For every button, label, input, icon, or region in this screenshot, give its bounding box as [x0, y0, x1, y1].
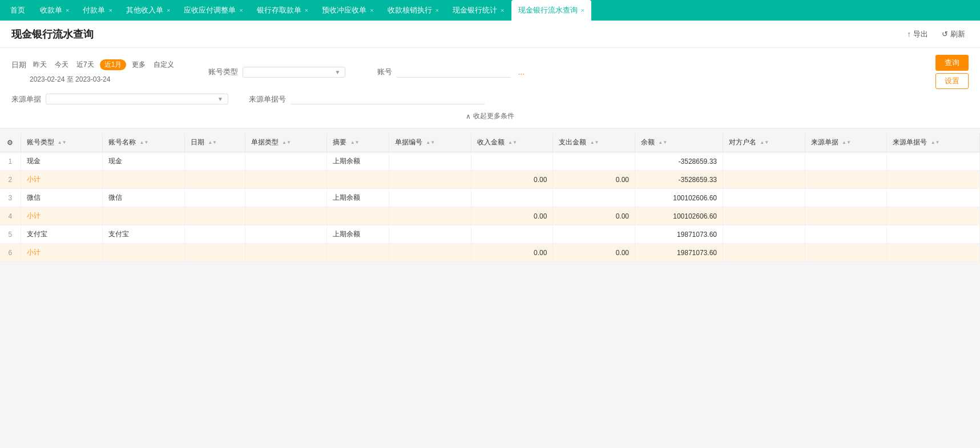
- cell-expense: 0.00: [553, 171, 635, 189]
- row-number: 5: [0, 225, 21, 244]
- sort-icon: ▲▼: [208, 140, 217, 145]
- cell-summary: 上期余额: [327, 189, 389, 207]
- cell-date: [184, 207, 245, 225]
- cell-balance: 19871073.60: [635, 225, 723, 244]
- close-icon[interactable]: ×: [108, 0, 112, 21]
- date-more[interactable]: 更多: [130, 59, 148, 70]
- nav-tab-4[interactable]: 银行存取款单 ×: [250, 0, 315, 21]
- date-custom[interactable]: 自定义: [151, 59, 176, 70]
- nav-tab-1[interactable]: 付款单 ×: [76, 0, 119, 21]
- cell-doc-type: [245, 244, 327, 262]
- cell-source-doc-no: [887, 244, 980, 262]
- source-doc-no-label: 来源单据号: [249, 94, 286, 104]
- th-doc-no[interactable]: 单据编号 ▲▼: [389, 133, 471, 152]
- filter-area: 日期 昨天 今天 近7天 近1月 更多 自定义 2023-02-24 至 202…: [0, 48, 980, 128]
- date-7days[interactable]: 近7天: [74, 59, 96, 70]
- nav-tab-7[interactable]: 现金银行统计 ×: [446, 0, 511, 21]
- btn-group: 查询 设置: [935, 55, 969, 89]
- th-counterpart[interactable]: 对方户名 ▲▼: [723, 133, 805, 152]
- nav-tab-3[interactable]: 应收应付调整单 ×: [177, 0, 249, 21]
- nav-tab-8[interactable]: 现金银行流水查询 ×: [511, 0, 591, 21]
- account-type-label: 账号类型: [208, 67, 238, 77]
- cell-doc-no: [389, 244, 471, 262]
- date-yesterday[interactable]: 昨天: [31, 59, 49, 70]
- th-income[interactable]: 收入金额 ▲▼: [471, 133, 553, 152]
- th-doc-type[interactable]: 单据类型 ▲▼: [245, 133, 327, 152]
- sort-icon: ▲▼: [760, 140, 769, 145]
- close-icon[interactable]: ×: [581, 0, 584, 21]
- th-account-type[interactable]: 账号类型 ▲▼: [21, 133, 103, 152]
- th-source-doc-no[interactable]: 来源单据号 ▲▼: [887, 133, 980, 152]
- cell-source-doc: [805, 225, 887, 244]
- collapse-bar[interactable]: ∧ 收起更多条件: [11, 109, 969, 123]
- sort-icon: ▲▼: [931, 140, 940, 145]
- table-row: 6小计0.000.0019871073.60: [0, 244, 980, 262]
- source-doc-no-input-wrap: [291, 94, 485, 104]
- cell-source-doc-no: [887, 171, 980, 189]
- th-date[interactable]: 日期 ▲▼: [184, 133, 245, 152]
- nav-tab-0[interactable]: 收款单 ×: [33, 0, 76, 21]
- cell-doc-type: [245, 189, 327, 207]
- cell-doc-no: [389, 225, 471, 244]
- close-icon[interactable]: ×: [305, 0, 308, 21]
- th-gear[interactable]: ⚙: [0, 133, 21, 152]
- nav-tab-6[interactable]: 收款核销执行 ×: [381, 0, 446, 21]
- close-icon[interactable]: ×: [370, 0, 373, 21]
- close-icon[interactable]: ×: [167, 0, 170, 21]
- query-button[interactable]: 查询: [935, 55, 969, 71]
- cell-source-doc: [805, 171, 887, 189]
- source-doc-no-input[interactable]: [293, 95, 482, 103]
- page-title: 现金银行流水查询: [11, 27, 94, 41]
- nav-tab-2[interactable]: 其他收入单 ×: [119, 0, 177, 21]
- date-1month[interactable]: 近1月: [100, 59, 127, 70]
- chevron-down-icon: ▼: [334, 69, 340, 75]
- th-summary[interactable]: 摘要 ▲▼: [327, 133, 389, 152]
- cell-balance: 100102606.60: [635, 207, 723, 225]
- sort-icon: ▲▼: [140, 140, 149, 145]
- sort-icon: ▲▼: [658, 140, 667, 145]
- cell-date: [184, 225, 245, 244]
- account-input[interactable]: [399, 68, 509, 76]
- cell-account-type: 微信: [21, 189, 103, 207]
- cell-source-doc-no: [887, 152, 980, 171]
- settings-button[interactable]: 设置: [935, 73, 969, 89]
- close-icon[interactable]: ×: [66, 0, 69, 21]
- table-row: 1现金现金上期余额-3528659.33: [0, 152, 980, 171]
- page-header: 现金银行流水查询 ↑ 导出 ↺ 刷新: [0, 21, 980, 48]
- th-expense[interactable]: 支出金额 ▲▼: [553, 133, 635, 152]
- cell-summary: [327, 244, 389, 262]
- th-source-doc[interactable]: 来源单据 ▲▼: [805, 133, 887, 152]
- cell-doc-no: [389, 171, 471, 189]
- row-number: 6: [0, 244, 21, 262]
- source-doc-select[interactable]: ▼: [46, 94, 228, 104]
- refresh-button[interactable]: ↺ 刷新: [938, 27, 969, 42]
- close-icon[interactable]: ×: [501, 0, 504, 21]
- cell-income: [471, 225, 553, 244]
- cell-date: [184, 152, 245, 171]
- sort-icon: ▲▼: [842, 140, 851, 145]
- date-today[interactable]: 今天: [53, 59, 71, 70]
- export-button[interactable]: ↑ 导出: [904, 27, 932, 42]
- cell-account-type: 小计: [21, 171, 103, 189]
- close-icon[interactable]: ×: [239, 0, 243, 21]
- cell-source-doc: [805, 207, 887, 225]
- th-balance[interactable]: 余额 ▲▼: [635, 133, 723, 152]
- cell-balance: -3528659.33: [635, 171, 723, 189]
- sort-icon: ▲▼: [350, 140, 360, 145]
- account-dots-button[interactable]: ...: [518, 67, 525, 76]
- cell-date: [184, 171, 245, 189]
- table-row: 4小计0.000.00100102606.60: [0, 207, 980, 225]
- date-shortcuts: 昨天 今天 近7天 近1月 更多 自定义: [31, 59, 176, 70]
- cell-doc-type: [245, 225, 327, 244]
- table-row: 2小计0.000.00-3528659.33: [0, 171, 980, 189]
- header-actions: ↑ 导出 ↺ 刷新: [904, 27, 969, 42]
- close-icon[interactable]: ×: [435, 0, 439, 21]
- th-account-name[interactable]: 账号名称 ▲▼: [103, 133, 185, 152]
- cell-source-doc: [805, 244, 887, 262]
- row-number: 2: [0, 171, 21, 189]
- sort-icon: ▲▼: [590, 140, 599, 145]
- nav-tab-5[interactable]: 预收冲应收单 ×: [315, 0, 380, 21]
- nav-home[interactable]: 首页: [2, 0, 33, 21]
- cell-expense: 0.00: [553, 244, 635, 262]
- account-type-select[interactable]: ▼: [243, 67, 345, 78]
